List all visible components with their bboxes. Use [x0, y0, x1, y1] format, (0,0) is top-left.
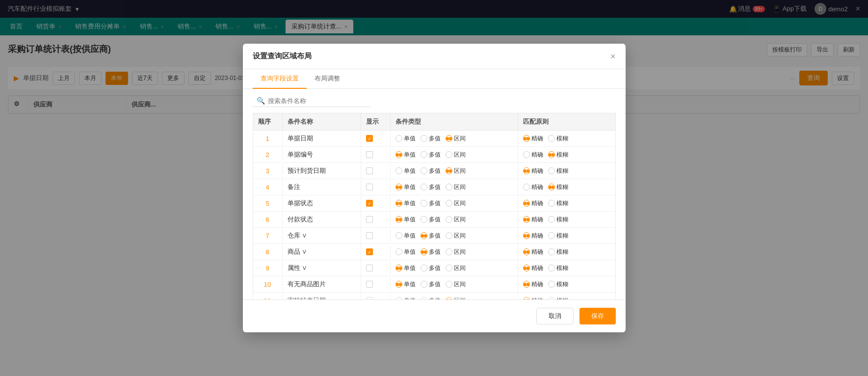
row-6-show-checkbox[interactable]	[366, 216, 373, 223]
row-10-match-exact[interactable]: 精确	[523, 280, 543, 289]
row-4-show[interactable]	[361, 180, 391, 194]
row-7-show-checkbox[interactable]	[366, 232, 373, 239]
dialog-tab-field-settings[interactable]: 查询字段设置	[253, 69, 307, 89]
row-7-type-single[interactable]: 单值	[395, 232, 416, 240]
row-10-type-multi[interactable]: 多值	[421, 280, 441, 289]
row-7-type-range[interactable]: 区间	[446, 232, 466, 240]
row-2-match-group: 精确 模糊	[523, 151, 568, 159]
row-7-match-fuzzy[interactable]: 模糊	[548, 232, 568, 240]
row-5-match-fuzzy[interactable]: 模糊	[548, 199, 568, 208]
dialog-title: 设置查询区域布局	[253, 52, 312, 61]
row-9-type-multi[interactable]: 多值	[421, 264, 441, 272]
row-5-match-exact[interactable]: 精确	[523, 199, 543, 208]
row-3-match: 精确 模糊	[518, 163, 616, 179]
dialog-tab-layout-adjust[interactable]: 布局调整	[307, 69, 348, 89]
table-row: 6 付款状态 单值 多值 区间 精确 模糊	[253, 212, 616, 228]
row-6-type-range[interactable]: 区间	[446, 215, 466, 224]
row-11-show[interactable]	[361, 294, 391, 299]
row-9-match-fuzzy[interactable]: 模糊	[548, 264, 568, 272]
row-4-type-range[interactable]: 区间	[446, 183, 466, 191]
row-9-show[interactable]	[361, 261, 391, 275]
row-8-type-single[interactable]: 单值	[395, 248, 416, 256]
row-10-type-range[interactable]: 区间	[446, 280, 466, 289]
row-11-show-checkbox[interactable]	[366, 297, 373, 299]
row-11-match-exact[interactable]: 精确	[523, 296, 543, 300]
row-5-type-multi[interactable]: 多值	[421, 199, 441, 208]
row-9-type-single[interactable]: 单值	[395, 264, 416, 272]
dialog-search-area: 🔍	[243, 89, 626, 113]
row-1-match-exact[interactable]: 精确	[523, 134, 543, 143]
row-4-type-multi[interactable]: 多值	[421, 183, 441, 191]
row-6-type-multi[interactable]: 多值	[421, 215, 441, 224]
row-11-type: 单值 多值 区间	[391, 293, 518, 300]
row-8-type-multi[interactable]: 多值	[421, 248, 441, 256]
row-5-show-checkbox[interactable]: ✓	[366, 200, 373, 207]
search-icon: 🔍	[257, 97, 265, 105]
row-2-match-exact[interactable]: 精确	[523, 151, 543, 159]
row-8-match-fuzzy[interactable]: 模糊	[548, 248, 568, 256]
row-4-type-single[interactable]: 单值	[395, 183, 416, 191]
row-7-show[interactable]	[361, 229, 391, 242]
table-row: 5 单据状态 ✓ 单值 多值 区间 精确 模糊	[253, 195, 616, 212]
table-row: 3 预计到货日期 单值 多值 区间 精确 模糊	[253, 163, 616, 179]
row-9-type: 单值 多值 区间	[391, 261, 518, 276]
row-3-match-exact[interactable]: 精确	[523, 167, 543, 175]
row-7-match-exact[interactable]: 精确	[523, 232, 543, 240]
row-10-show-checkbox[interactable]	[366, 281, 373, 288]
row-2-show-checkbox[interactable]	[366, 151, 373, 158]
row-8-show-checkbox[interactable]: ✓	[366, 248, 373, 255]
row-1-show[interactable]: ✓	[361, 132, 391, 145]
row-1-type-single[interactable]: 单值	[395, 134, 416, 143]
search-input[interactable]	[268, 97, 366, 105]
row-9-type-range[interactable]: 区间	[446, 264, 466, 272]
row-3-match-fuzzy[interactable]: 模糊	[548, 167, 568, 175]
row-8-show[interactable]: ✓	[361, 245, 391, 259]
cancel-button[interactable]: 取消	[536, 308, 574, 324]
row-7-type-multi[interactable]: 多值	[421, 232, 441, 240]
row-5-type-range[interactable]: 区间	[446, 199, 466, 208]
row-3-type-multi[interactable]: 多值	[421, 167, 441, 175]
row-4-match-exact[interactable]: 精确	[523, 183, 543, 191]
row-3-type-single[interactable]: 单值	[395, 167, 416, 175]
row-9-match-exact[interactable]: 精确	[523, 264, 543, 272]
row-3-show[interactable]	[361, 164, 391, 178]
row-2-show[interactable]	[361, 148, 391, 161]
row-9-show-checkbox[interactable]	[366, 265, 373, 271]
row-4-show-checkbox[interactable]	[366, 184, 373, 190]
save-button[interactable]: 保存	[579, 308, 616, 324]
row-8-type-group: 单值 多值 区间	[395, 248, 466, 256]
row-11-type-multi[interactable]: 多值	[421, 296, 441, 300]
row-10-match-fuzzy[interactable]: 模糊	[548, 280, 568, 289]
row-6-type-single[interactable]: 单值	[395, 215, 416, 224]
row-8-type-range[interactable]: 区间	[446, 248, 466, 256]
row-2-type-range[interactable]: 区间	[446, 151, 466, 159]
row-3-show-checkbox[interactable]	[366, 167, 373, 174]
dialog-tabs: 查询字段设置 布局调整	[243, 69, 626, 89]
row-5-show[interactable]: ✓	[361, 196, 391, 210]
row-1-show-checkbox[interactable]: ✓	[366, 135, 373, 142]
row-1-type-range[interactable]: 区间	[446, 134, 466, 143]
row-6-match-fuzzy[interactable]: 模糊	[548, 215, 568, 224]
row-11-type-single[interactable]: 单值	[395, 296, 416, 300]
dialog-table-header: 顺序 条件名称 显示 条件类型 匹配原则	[253, 113, 616, 131]
settings-dialog: 设置查询区域布局 × 查询字段设置 布局调整 🔍 顺序 条件名称 显示 条件类型…	[243, 44, 626, 332]
row-3-type-range[interactable]: 区间	[446, 167, 466, 175]
row-10-show[interactable]	[361, 277, 391, 291]
row-6-show[interactable]	[361, 213, 391, 226]
row-4-match-fuzzy[interactable]: 模糊	[548, 183, 568, 191]
row-6-match-exact[interactable]: 精确	[523, 215, 543, 224]
row-4-match: 精确 模糊	[518, 180, 616, 195]
dialog-close-button[interactable]: ×	[610, 52, 616, 61]
col-order: 顺序	[253, 113, 283, 130]
row-2-match-fuzzy[interactable]: 模糊	[548, 151, 568, 159]
row-1-match-fuzzy[interactable]: 模糊	[548, 134, 568, 143]
row-2-type-multi[interactable]: 多值	[421, 151, 441, 159]
row-5-type-single[interactable]: 单值	[395, 199, 416, 208]
row-8-match-exact[interactable]: 精确	[523, 248, 543, 256]
row-11-type-range[interactable]: 区间	[446, 296, 466, 300]
row-1-name: 单据日期	[283, 131, 361, 146]
row-1-type-multi[interactable]: 多值	[421, 134, 441, 143]
row-11-match-fuzzy[interactable]: 模糊	[548, 296, 568, 300]
row-10-type-single[interactable]: 单值	[395, 280, 416, 289]
row-2-type-single[interactable]: 单值	[395, 151, 416, 159]
